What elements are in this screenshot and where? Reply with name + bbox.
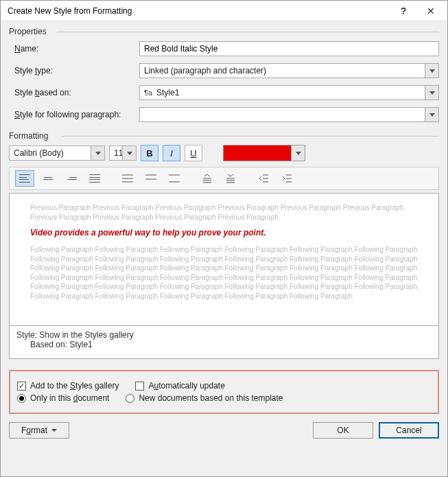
chevron-down-icon [51, 429, 57, 432]
dialog-title: Create New Style from Formatting [8, 6, 390, 16]
description-line2: Based on: Style1 [16, 340, 432, 349]
font-color-picker[interactable] [223, 145, 305, 161]
create-style-dialog: Create New Style from Formatting ? ✕ Pro… [0, 0, 448, 477]
add-to-gallery-checkbox[interactable]: ✓ Add to the Styles gallery [17, 381, 119, 391]
align-left-button[interactable] [15, 170, 34, 187]
dialog-buttons: Format OK Cancel [9, 414, 439, 439]
new-documents-radio[interactable]: New documents based on this template [126, 393, 283, 403]
chevron-down-icon[interactable] [122, 146, 136, 160]
chevron-down-icon[interactable] [425, 86, 438, 100]
increase-indent-button[interactable] [277, 170, 296, 187]
based-on-combo[interactable]: ¶a Style1 [139, 85, 439, 100]
auto-update-checkbox[interactable]: Automatically update [135, 381, 224, 391]
checkbox-unchecked-icon [135, 382, 144, 391]
space-before-increase-button[interactable] [198, 170, 217, 187]
paragraph-icon: ¶a [144, 89, 152, 97]
preview-previous-text: Previous Paragraph Previous Paragraph Pr… [30, 203, 418, 222]
style-type-label: Style type: [9, 66, 139, 75]
color-swatch-icon [224, 146, 291, 161]
align-justify-button[interactable] [85, 170, 104, 187]
chevron-down-icon[interactable] [91, 146, 104, 160]
bold-button[interactable]: B [141, 145, 158, 161]
preview-pane: Previous Paragraph Previous Paragraph Pr… [9, 193, 439, 326]
spacing-double-button[interactable] [165, 170, 184, 187]
font-combo[interactable]: Calibri (Body) [9, 146, 105, 161]
properties-group-label: Properties [9, 27, 439, 36]
align-right-button[interactable] [62, 170, 81, 187]
following-paragraph-combo[interactable] [139, 107, 439, 122]
spacing-onehalf-button[interactable] [141, 170, 161, 187]
chevron-down-icon[interactable] [291, 146, 305, 161]
preview-following-text: Following Paragraph Following Paragraph … [30, 245, 418, 301]
style-description: Style: Show in the Styles gallery Based … [9, 326, 439, 359]
italic-button[interactable]: I [163, 145, 180, 161]
radio-unselected-icon [126, 394, 134, 403]
name-input[interactable] [139, 41, 439, 56]
formatting-toolbar: Calibri (Body) 11 B I U [9, 142, 439, 167]
style-type-combo[interactable]: Linked (paragraph and character) [139, 63, 439, 78]
only-this-document-radio[interactable]: Only in this document [17, 393, 109, 403]
checkbox-checked-icon: ✓ [17, 382, 26, 391]
chevron-down-icon[interactable] [425, 108, 438, 121]
underline-button[interactable]: U [185, 145, 202, 161]
align-center-button[interactable] [38, 170, 58, 187]
close-button[interactable]: ✕ [417, 1, 445, 21]
based-on-value: Style1 [156, 88, 179, 97]
help-button[interactable]: ? [390, 1, 417, 21]
ok-button[interactable]: OK [313, 422, 373, 439]
spacing-single-button[interactable] [118, 170, 137, 187]
paragraph-toolbar [9, 167, 439, 190]
description-line1: Style: Show in the Styles gallery [16, 330, 432, 340]
preview-sample-text: Video provides a powerful way to help yo… [30, 227, 418, 238]
space-before-decrease-button[interactable] [221, 170, 240, 187]
chevron-down-icon[interactable] [425, 64, 438, 78]
decrease-indent-button[interactable] [254, 170, 273, 187]
cancel-button[interactable]: Cancel [379, 422, 439, 439]
name-label: Name: [9, 44, 139, 54]
formatting-group-label: Formatting [9, 131, 439, 141]
following-paragraph-label: Style for following paragraph: [9, 110, 139, 119]
font-size-combo[interactable]: 11 [109, 146, 137, 161]
style-type-value: Linked (paragraph and character) [144, 66, 266, 75]
radio-selected-icon [17, 394, 26, 403]
based-on-label: Style based on: [9, 88, 139, 97]
format-button[interactable]: Format [9, 422, 69, 439]
font-value: Calibri (Body) [14, 148, 64, 158]
titlebar: Create New Style from Formatting ? ✕ [1, 1, 447, 21]
options-area: ✓ Add to the Styles gallery Automaticall… [9, 370, 439, 414]
